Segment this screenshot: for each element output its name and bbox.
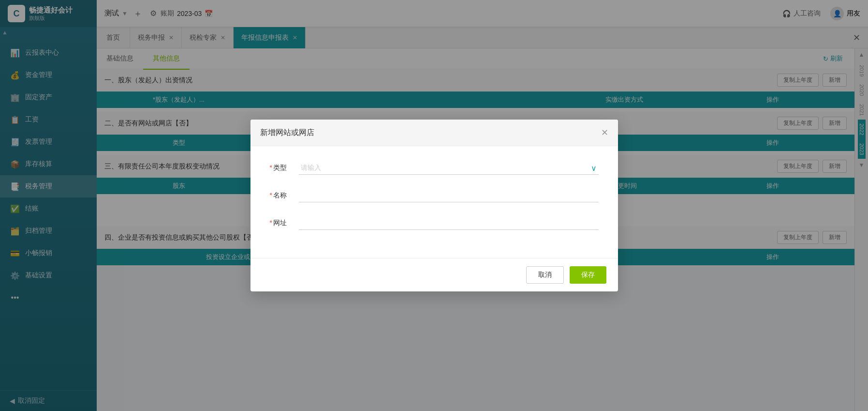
url-field <box>299 216 599 230</box>
name-input[interactable] <box>299 188 599 202</box>
cancel-button[interactable]: 取消 <box>526 266 564 284</box>
url-input[interactable] <box>299 216 599 230</box>
dialog-overlay: 新增网站或网店 ✕ *类型 ∨ *名称 <box>0 0 868 411</box>
name-label: *名称 <box>270 191 299 200</box>
form-row-name: *名称 <box>270 188 599 202</box>
dialog-footer: 取消 保存 <box>250 258 618 291</box>
type-input[interactable] <box>299 161 599 175</box>
form-row-type: *类型 ∨ <box>270 161 599 175</box>
dialog-body: *类型 ∨ *名称 *网址 <box>250 146 618 258</box>
form-row-url: *网址 <box>270 216 599 230</box>
add-website-dialog: 新增网站或网店 ✕ *类型 ∨ *名称 <box>250 120 618 291</box>
dialog-header: 新增网站或网店 ✕ <box>250 120 618 146</box>
url-label: *网址 <box>270 219 299 228</box>
type-field: ∨ <box>299 161 599 175</box>
type-label: *类型 <box>270 164 299 172</box>
save-button[interactable]: 保存 <box>570 266 606 284</box>
dialog-title: 新增网站或网店 <box>260 128 314 138</box>
name-field <box>299 188 599 202</box>
dialog-close-button[interactable]: ✕ <box>601 127 608 138</box>
